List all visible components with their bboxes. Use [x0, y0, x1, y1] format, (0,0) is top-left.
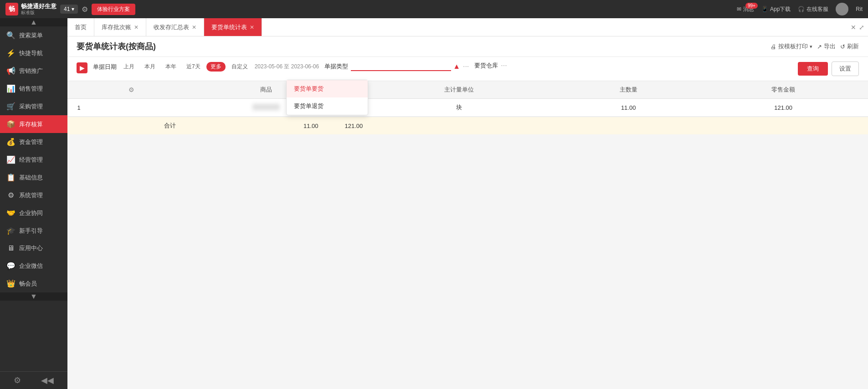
app-download[interactable]: 📱 App下载 — [761, 5, 791, 13]
sidebar-item-guide[interactable]: 🎓 新手引导 — [0, 222, 67, 240]
footer-amount: 121.00 — [345, 123, 363, 129]
tabs-bar: 首页 库存批次账 ✕ 收发存汇总表 ✕ 要货单统计表 ✕ ✕ ⤢ — [67, 18, 868, 36]
this-month-btn[interactable]: 本月 — [140, 61, 159, 72]
tab-close-all-icon[interactable]: ✕ — [851, 24, 856, 31]
dropdown-item-return[interactable]: 要货单退货 — [287, 97, 368, 115]
header-right: ✉ 消息 99+ 📱 App下载 🎧 在线客服 Rit — [737, 3, 863, 15]
basic-info-icon: 📋 — [6, 173, 15, 182]
date-filter-group: 单据日期 上月 本月 本年 近7天 更多 自定义 2023-05-06 至 20… — [93, 61, 319, 72]
col-qty: 主数量 — [558, 81, 699, 99]
settings-button[interactable]: 设置 — [832, 61, 859, 76]
row-amount: 121.00 — [699, 99, 868, 117]
filter-area: ▶ 单据日期 上月 本月 本年 近7天 更多 自定义 2023-05-06 至 … — [67, 57, 868, 81]
sidebar-scroll-down[interactable]: ▼ — [0, 292, 67, 301]
sidebar-item-inventory[interactable]: 📦 库存核算 — [0, 115, 67, 133]
last-7days-btn[interactable]: 近7天 — [182, 61, 205, 72]
message-notification[interactable]: ✉ 消息 99+ — [737, 5, 754, 13]
inventory-icon: 📦 — [6, 120, 15, 128]
tab-order-stats[interactable]: 要货单统计表 ✕ — [204, 18, 262, 36]
header-gear-icon[interactable]: ⚙ — [82, 5, 88, 14]
column-settings-icon[interactable]: ⚙ — [128, 86, 134, 93]
export-button[interactable]: ↗ 导出 — [817, 42, 836, 51]
enterprise-icon: 🤝 — [6, 209, 15, 217]
sidebar-item-marketing[interactable]: 📢 营销推广 — [0, 62, 67, 80]
type-input[interactable] — [351, 61, 451, 71]
sidebar-item-enterprise[interactable]: 🤝 企业协同 — [0, 204, 67, 222]
store-selector[interactable]: 41 ▾ — [60, 5, 78, 14]
col-amount: 零售金额 — [699, 81, 868, 99]
message-icon: ✉ — [737, 6, 741, 12]
tab-inventory-batch[interactable]: 库存批次账 ✕ — [94, 18, 146, 36]
print-button[interactable]: 🖨 按模板打印 ▾ — [770, 42, 812, 51]
export-icon: ↗ — [817, 43, 822, 50]
print-icon: 🖨 — [770, 43, 776, 50]
sidebar-collapse-icon[interactable]: ◀◀ — [41, 375, 54, 385]
page-header: 要货单统计表(按商品) 🖨 按模板打印 ▾ ↗ 导出 ↺ 刷新 — [67, 36, 868, 57]
filter-expand-button[interactable]: ▶ — [77, 62, 87, 73]
page-content: 要货单统计表(按商品) 🖨 按模板打印 ▾ ↗ 导出 ↺ 刷新 — [67, 36, 868, 389]
tab-close-inventory-batch[interactable]: ✕ — [134, 24, 139, 31]
sidebar-item-finance[interactable]: 💰 资金管理 — [0, 133, 67, 151]
page-title: 要货单统计表(按商品) — [77, 41, 156, 52]
action-buttons: 查询 设置 — [798, 61, 859, 76]
download-icon: 📱 — [761, 6, 768, 12]
query-button[interactable]: 查询 — [798, 62, 828, 76]
sidebar-item-system[interactable]: ⚙ 系统管理 — [0, 186, 67, 204]
online-service[interactable]: 🎧 在线客服 — [798, 5, 828, 13]
type-more-icon[interactable]: ··· — [463, 62, 469, 71]
tab-expand-icon[interactable]: ⤢ — [859, 24, 864, 31]
col-settings[interactable]: ⚙ — [90, 81, 173, 99]
table-header: ⚙ 商品 主计量单位 主数量 零售金额 — [67, 81, 868, 99]
sidebar-item-basic-info[interactable]: 📋 基础信息 — [0, 169, 67, 186]
sales-icon: 📊 — [6, 84, 15, 93]
custom-date-btn[interactable]: 自定义 — [227, 61, 252, 72]
table-body: 1 块 11.00 121.00 — [67, 99, 868, 117]
last-month-btn[interactable]: 上月 — [119, 61, 139, 72]
sidebar: ▲ 🔍 搜索菜单 ⚡ 快捷导航 📢 营销推广 📊 销售管理 🛒 采购管理 📦 库… — [0, 18, 67, 389]
trial-button[interactable]: 体验行业方案 — [92, 4, 135, 15]
this-year-btn[interactable]: 本年 — [161, 61, 180, 72]
date-label: 单据日期 — [93, 63, 117, 71]
type-dropdown-arrow[interactable]: ▲ — [453, 62, 460, 71]
row-unit: 块 — [360, 99, 558, 117]
row-settings — [90, 99, 173, 117]
message-badge: 99+ — [745, 3, 758, 9]
main-layout: ▲ 🔍 搜索菜单 ⚡ 快捷导航 📢 营销推广 📊 销售管理 🛒 采购管理 📦 库… — [0, 18, 868, 389]
table-area: ⚙ 商品 主计量单位 主数量 零售金额 1 — [67, 81, 868, 117]
row-index: 1 — [67, 99, 90, 117]
tabs-bar-right: ✕ ⤢ — [847, 24, 868, 31]
finance-icon: 💰 — [6, 138, 15, 146]
warehouse-more-icon[interactable]: ··· — [501, 61, 507, 70]
tab-close-order-stats[interactable]: ✕ — [250, 24, 254, 31]
sidebar-item-search[interactable]: 🔍 搜索菜单 — [0, 26, 67, 44]
header-left: 畅 畅捷通好生意 标准版 41 ▾ ⚙ 体验行业方案 — [5, 3, 135, 15]
sidebar-item-sales[interactable]: 📊 销售管理 — [0, 80, 67, 97]
more-dates-btn[interactable]: 更多 — [206, 62, 226, 72]
sidebar-item-app-center[interactable]: 🖥 应用中心 — [0, 240, 67, 257]
operations-icon: 📈 — [6, 155, 15, 164]
date-range-display: 2023-05-06 至 2023-06-06 — [255, 63, 319, 71]
type-dropdown: 要货单要货 要货单退货 — [286, 80, 368, 115]
warehouse-label: 要货仓库 — [474, 61, 498, 70]
sidebar-item-member[interactable]: 👑 畅会员 — [0, 275, 67, 292]
sidebar-scroll-up[interactable]: ▲ — [0, 18, 67, 26]
logo-text: 畅捷通好生意 标准版 — [21, 3, 56, 15]
user-avatar[interactable] — [836, 3, 848, 15]
purchase-icon: 🛒 — [6, 102, 15, 111]
tab-close-summary[interactable]: ✕ — [192, 24, 196, 31]
sidebar-item-purchase[interactable]: 🛒 采购管理 — [0, 97, 67, 115]
tab-home[interactable]: 首页 — [67, 18, 94, 36]
dropdown-item-require[interactable]: 要货单要货 — [287, 80, 368, 97]
refresh-button[interactable]: ↺ 刷新 — [840, 42, 859, 51]
sidebar-settings-icon[interactable]: ⚙ — [14, 375, 21, 385]
logo-area: 畅 畅捷通好生意 标准版 — [5, 3, 56, 15]
sidebar-item-wechat[interactable]: 💬 企业微信 — [0, 257, 67, 275]
quick-nav-icon: ⚡ — [6, 49, 15, 57]
sidebar-item-quick-nav[interactable]: ⚡ 快捷导航 — [0, 44, 67, 62]
table-row: 1 块 11.00 121.00 — [67, 99, 868, 117]
refresh-icon: ↺ — [840, 43, 845, 50]
tab-summary[interactable]: 收发存汇总表 ✕ — [146, 18, 204, 36]
col-unit: 主计量单位 — [360, 81, 558, 99]
page-actions: 🖨 按模板打印 ▾ ↗ 导出 ↺ 刷新 — [770, 42, 859, 51]
sidebar-item-operations[interactable]: 📈 经营管理 — [0, 151, 67, 169]
